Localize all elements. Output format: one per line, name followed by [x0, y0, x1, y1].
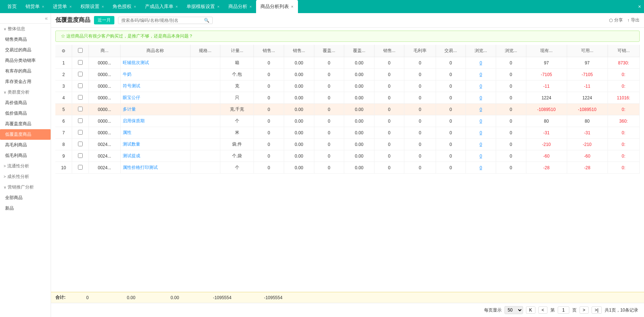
nav-tab-home[interactable]: 首页 — [3, 0, 21, 13]
col-settings[interactable]: ⚙ — [55, 45, 72, 57]
sidebar-item-low-margin[interactable]: 低毛利商品 — [0, 150, 51, 161]
row-num: 3 — [55, 80, 72, 92]
nav-tab-warehouse[interactable]: 产成品入库单 × — [141, 0, 182, 13]
col-sales-amt[interactable]: 销售... — [284, 45, 314, 57]
sidebar-item-high-value[interactable]: 高价值商品 — [0, 98, 51, 108]
sidebar-item-traded-goods[interactable]: 交易过的商品 — [0, 45, 51, 55]
col-sales-other[interactable]: 销售... — [374, 45, 404, 57]
sidebar-item-sales-goods[interactable]: 销售类商品 — [0, 34, 51, 45]
first-page-button[interactable]: K — [526, 306, 535, 314]
nav-tab-sales[interactable]: 销货单 × — [21, 0, 48, 13]
close-icon[interactable]: × — [291, 4, 293, 9]
sidebar-item-low-value[interactable]: 低价值商品 — [0, 108, 51, 119]
sidebar-section-growth[interactable]: > 成长性分析 — [0, 171, 51, 182]
page-size-select[interactable]: 50 100 200 — [504, 306, 523, 314]
close-icon[interactable]: × — [217, 4, 219, 9]
row-name[interactable]: 属性 — [121, 127, 191, 139]
settings-icon[interactable]: ⚙ — [62, 48, 66, 54]
col-available[interactable]: 可用... — [567, 45, 608, 57]
row-checkbox[interactable] — [72, 69, 89, 80]
row-select-checkbox[interactable] — [78, 130, 83, 135]
export-button[interactable]: ↑ 导出 — [627, 17, 640, 23]
filter-period-button[interactable]: 近一月 — [94, 16, 114, 24]
sidebar-item-category-rate[interactable]: 商品分类动销率 — [0, 55, 51, 66]
col-code[interactable]: 商... — [89, 45, 120, 57]
row-name[interactable]: 多计量 — [121, 104, 191, 115]
col-browse1[interactable]: 浏览... — [466, 45, 496, 57]
search-input[interactable] — [121, 18, 203, 23]
current-page-input[interactable] — [558, 306, 569, 314]
close-all-button[interactable]: × — [638, 4, 641, 9]
sidebar-item-stocked-goods[interactable]: 有库存的商品 — [0, 66, 51, 76]
close-icon[interactable]: × — [42, 4, 44, 9]
row-select-checkbox[interactable] — [78, 118, 83, 123]
nav-tab-perms[interactable]: 权限设置 × — [76, 0, 108, 13]
row-checkbox[interactable] — [72, 80, 89, 92]
col-name[interactable]: 商品名称 — [121, 45, 191, 57]
col-spec[interactable]: 规格... — [190, 45, 220, 57]
sidebar-item-high-margin[interactable]: 高毛利商品 — [0, 140, 51, 150]
table-row: 1 0000... 旺辅批次测试 箱 0 0.00 0 0.00 0 0 0 0… — [55, 57, 640, 69]
sidebar-collapse-button[interactable]: « — [45, 15, 48, 21]
col-browse2[interactable]: 浏览... — [496, 45, 526, 57]
row-select-checkbox[interactable] — [78, 153, 83, 158]
select-all-checkbox[interactable] — [78, 48, 83, 53]
col-checkbox[interactable] — [72, 45, 89, 57]
row-checkbox[interactable] — [72, 162, 89, 174]
row-checkbox[interactable] — [72, 57, 89, 69]
row-select-checkbox[interactable] — [78, 95, 83, 100]
row-name[interactable]: 旺辅批次测试 — [121, 57, 191, 69]
col-saleable[interactable]: 可销... — [608, 45, 640, 57]
nav-tab-template[interactable]: 单据模板设置 × — [182, 0, 224, 13]
sidebar-section-cluster[interactable]: ∨ 类群度分析 — [0, 87, 51, 98]
sidebar-item-new-goods[interactable]: 新品 — [0, 203, 51, 214]
sidebar-section-overall[interactable]: ∨ 整体信息 — [0, 24, 51, 34]
close-icon[interactable]: × — [134, 4, 136, 9]
row-select-checkbox[interactable] — [78, 72, 83, 76]
nav-tab-purchase[interactable]: 进货单 × — [48, 0, 76, 13]
row-browse2: 0 — [496, 80, 526, 92]
row-checkbox[interactable] — [72, 92, 89, 104]
prev-page-button[interactable]: < — [538, 306, 547, 314]
sidebar-item-low-coverage[interactable]: 低覆盖度商品 — [0, 129, 51, 140]
close-icon[interactable]: × — [176, 4, 178, 9]
sidebar-item-high-coverage[interactable]: 高覆盖度商品 — [0, 119, 51, 129]
row-name[interactable]: 眼宝公仔 — [121, 92, 191, 104]
sidebar-section-marketing[interactable]: ∨ 营销推广分析 — [0, 182, 51, 193]
col-coverage1[interactable]: 覆盖... — [314, 45, 344, 57]
close-icon[interactable]: × — [69, 4, 71, 9]
col-gross-rate[interactable]: 毛利率 — [404, 45, 436, 57]
row-name[interactable]: 牛奶 — [121, 69, 191, 80]
sidebar-item-all-goods[interactable]: 全部商品 — [0, 193, 51, 203]
nav-tab-analysis-list[interactable]: 商品分析列表 × — [256, 0, 298, 13]
row-select-checkbox[interactable] — [78, 107, 83, 111]
row-select-checkbox[interactable] — [78, 83, 83, 88]
row-name[interactable]: 测试提成 — [121, 150, 191, 162]
row-checkbox[interactable] — [72, 104, 89, 115]
row-name[interactable]: 启用保质期 — [121, 115, 191, 127]
last-page-button[interactable]: >| — [592, 306, 602, 314]
sidebar-section-flow[interactable]: > 流通性分析 — [0, 161, 51, 171]
sidebar-item-inventory-funds[interactable]: 库存资金占用 — [0, 76, 51, 87]
col-coverage2[interactable]: 覆盖... — [344, 45, 374, 57]
row-name[interactable]: 符号测试 — [121, 80, 191, 92]
share-button[interactable]: ⬡ 分享 — [609, 17, 623, 23]
close-icon[interactable]: × — [250, 4, 252, 9]
row-checkbox[interactable] — [72, 150, 89, 162]
row-name[interactable]: 属性价格打印测试 — [121, 162, 191, 174]
next-page-button[interactable]: > — [580, 306, 589, 314]
col-trade[interactable]: 交易... — [436, 45, 466, 57]
row-select-checkbox[interactable] — [78, 60, 83, 65]
row-checkbox[interactable] — [72, 115, 89, 127]
row-name[interactable]: 测试数量 — [121, 139, 191, 150]
col-sales-qty[interactable]: 销售... — [254, 45, 284, 57]
row-select-checkbox[interactable] — [78, 165, 83, 170]
close-icon[interactable]: × — [102, 4, 104, 9]
row-checkbox[interactable] — [72, 127, 89, 139]
col-unit[interactable]: 计量... — [220, 45, 254, 57]
row-checkbox[interactable] — [72, 139, 89, 150]
nav-tab-roles[interactable]: 角色授权 × — [108, 0, 140, 13]
nav-tab-analysis[interactable]: 商品分析 × — [224, 0, 256, 13]
row-select-checkbox[interactable] — [78, 142, 83, 146]
col-stock-now[interactable]: 现有... — [526, 45, 567, 57]
